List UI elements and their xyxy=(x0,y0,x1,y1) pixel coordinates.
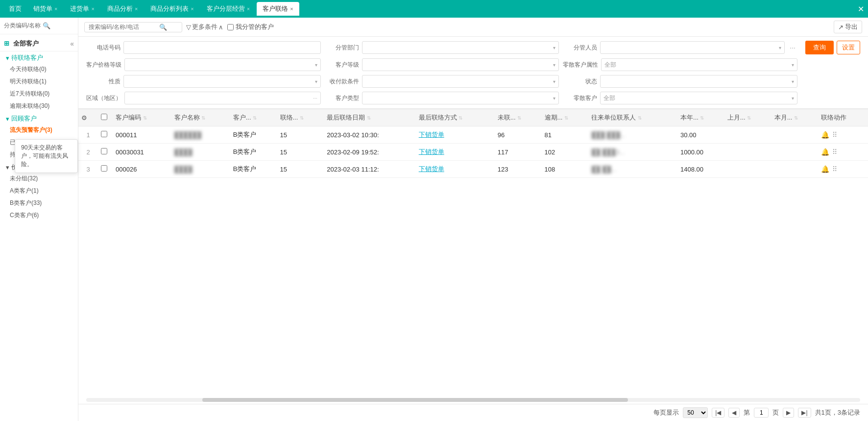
search-icon[interactable]: 🔍 xyxy=(43,22,50,29)
my-customers-checkbox[interactable]: 我分管的客户 xyxy=(227,23,274,31)
sort-icon[interactable]: ⇅ xyxy=(300,115,304,121)
more-action-icon[interactable]: ⠿ xyxy=(832,165,837,173)
close-icon[interactable]: × xyxy=(54,6,57,12)
manager-more-icon[interactable]: ··· xyxy=(788,44,797,51)
last-page-btn[interactable]: ▶| xyxy=(798,408,811,418)
phone-input[interactable] xyxy=(123,41,321,54)
tab-purchase[interactable]: 进货单 × xyxy=(64,2,100,16)
prev-page-btn[interactable]: ◀ xyxy=(728,408,740,418)
collapse-icon[interactable]: « xyxy=(70,40,74,48)
dept-select[interactable]: ▾ xyxy=(362,41,559,54)
th-this-year: 本年... ⇅ xyxy=(677,109,724,126)
window-close-icon[interactable]: ✕ xyxy=(858,4,864,14)
contact-icon[interactable]: 🔔 xyxy=(821,148,829,156)
close-icon[interactable]: × xyxy=(191,6,193,12)
region-select[interactable]: ··· xyxy=(124,92,321,104)
sidebar-item-losing-warning[interactable]: 流失预警客户(3) xyxy=(0,124,78,136)
sort-icon[interactable]: ⇅ xyxy=(794,115,798,121)
row-checkbox[interactable] xyxy=(98,161,113,178)
tab-customer-layering[interactable]: 客户分层经营 × xyxy=(201,2,256,16)
scrollbar-thumb[interactable] xyxy=(202,398,628,402)
sidebar-item-ungrouped[interactable]: 未分组(32) xyxy=(0,173,78,185)
sidebar-item-today[interactable]: 今天待联络(0) xyxy=(0,63,78,75)
sidebar: 分类编码/名称 🔍 ⊞ 全部客户 « ▾ 待联络客户 今天待联络(0) 明天待联… xyxy=(0,18,78,421)
row-overdue: 108 xyxy=(542,161,589,178)
close-icon[interactable]: × xyxy=(91,6,94,12)
page-input[interactable] xyxy=(754,408,769,418)
status-select[interactable]: ▾ xyxy=(600,75,797,88)
sort-icon[interactable]: ⇅ xyxy=(700,115,704,121)
sidebar-item-c-class[interactable]: C类客户(6) xyxy=(0,209,78,222)
search-box[interactable]: 🔍 xyxy=(84,22,182,32)
row-last-method[interactable]: 下销货单 xyxy=(416,126,495,144)
row-name: ████ xyxy=(171,161,230,178)
more-conditions-btn[interactable]: ▽ 更多条件 ∧ xyxy=(186,23,223,31)
sort-icon[interactable]: ⇅ xyxy=(458,115,462,121)
query-button[interactable]: 查询 xyxy=(805,41,834,54)
close-icon[interactable]: × xyxy=(290,6,293,12)
payment-select[interactable]: ▾ xyxy=(362,75,559,88)
th-not-contacted: 未联... ⇅ xyxy=(495,109,542,126)
filter-row-1: 电话号码 分管部门 ▾ 分管人员 ▾ xyxy=(86,41,860,54)
row-checkbox[interactable] xyxy=(98,126,113,144)
more-action-icon[interactable]: ⠿ xyxy=(832,148,837,156)
sort-icon[interactable]: ⇅ xyxy=(564,115,568,121)
sidebar-all-customers[interactable]: ⊞ 全部客户 « xyxy=(0,36,78,51)
search-icon[interactable]: 🔍 xyxy=(159,24,167,31)
row-last-method[interactable]: 下销货单 xyxy=(416,161,495,178)
tab-product-analysis[interactable]: 商品分析 × xyxy=(101,2,144,16)
customer-type-select[interactable]: ▾ xyxy=(362,92,559,104)
row-last-method[interactable]: 下销货单 xyxy=(416,144,495,161)
customer-grade-select[interactable]: ▾ xyxy=(362,58,559,71)
row-last-date: 2023-03-02 10:30: xyxy=(324,126,415,144)
contact-icon[interactable]: 🔔 xyxy=(821,131,829,139)
customer-type-label: 客户类型 xyxy=(325,94,359,102)
sort-icon[interactable]: ⇅ xyxy=(201,115,205,121)
sort-icon[interactable]: ⇅ xyxy=(747,115,751,121)
search-input[interactable] xyxy=(89,24,157,30)
th-checkbox[interactable] xyxy=(98,109,113,126)
more-action-icon[interactable]: ⠿ xyxy=(832,131,837,139)
sidebar-item-tomorrow[interactable]: 明天待联络(1) xyxy=(0,75,78,88)
close-icon[interactable]: × xyxy=(247,6,250,12)
scrollbar-track[interactable] xyxy=(86,398,860,402)
manager-select[interactable]: ▾ xyxy=(600,41,785,54)
th-overdue: 逾期... ⇅ xyxy=(542,109,589,126)
retail-attr-select[interactable]: 全部 ▾ xyxy=(601,58,797,71)
sort-icon[interactable]: ⇅ xyxy=(517,115,521,121)
sort-icon[interactable]: ⇅ xyxy=(367,115,371,121)
select-all-checkbox[interactable] xyxy=(101,114,107,120)
per-page-select[interactable]: 50 20 100 xyxy=(683,407,708,418)
sidebar-item-week[interactable]: 近7天待联络(0) xyxy=(0,88,78,100)
sidebar-group-losing[interactable]: ▾ 回顾客户 xyxy=(0,112,78,124)
export-button[interactable]: ↗ 导出 xyxy=(834,21,862,33)
sidebar-item-a-class[interactable]: A类客户(1) xyxy=(0,185,78,197)
tab-customer-contact[interactable]: 客户联络 × xyxy=(257,2,299,16)
settings-button[interactable]: 设置 xyxy=(837,41,860,54)
sort-icon[interactable]: ⇅ xyxy=(143,115,147,121)
sort-icon[interactable]: ⇅ xyxy=(253,115,257,121)
tab-sales[interactable]: 销货单 × xyxy=(27,2,63,16)
th-last-date: 最后联络日期 ⇅ xyxy=(324,109,415,126)
next-page-btn[interactable]: ▶ xyxy=(783,408,794,418)
nature-select[interactable]: ▾ xyxy=(123,75,321,88)
first-page-btn[interactable]: |◀ xyxy=(712,408,724,418)
contact-icon[interactable]: 🔔 xyxy=(821,165,829,173)
sidebar-group-pending[interactable]: ▾ 待联络客户 xyxy=(0,51,78,63)
retail-customer-select[interactable]: 全部 ▾ xyxy=(600,92,797,104)
filter-panel: 电话号码 分管部门 ▾ 分管人员 ▾ xyxy=(78,37,868,109)
close-icon[interactable]: × xyxy=(135,6,138,12)
horizontal-scrollbar[interactable] xyxy=(78,396,868,404)
th-settings[interactable]: ⚙ xyxy=(78,109,98,126)
tab-product-analysis-list[interactable]: 商品分析列表 × xyxy=(145,2,199,16)
price-grade-select[interactable]: ▾ xyxy=(124,58,321,71)
page-unit: 页 xyxy=(772,408,779,417)
sidebar-item-b-class[interactable]: B类客户(33) xyxy=(0,197,78,209)
row-checkbox[interactable] xyxy=(98,144,113,161)
sort-icon[interactable]: ⇅ xyxy=(638,115,642,121)
sidebar-item-overdue[interactable]: 逾期未联络(30) xyxy=(0,100,78,112)
pagination-bar: 每页显示 50 20 100 |◀ ◀ 第 页 ▶ ▶| 共1页，3条记录 xyxy=(78,404,868,421)
my-customers-check[interactable] xyxy=(227,24,234,30)
th-contact-person: 往来单位联系人 ⇅ xyxy=(588,109,677,126)
tab-home[interactable]: 首页 xyxy=(4,4,26,13)
